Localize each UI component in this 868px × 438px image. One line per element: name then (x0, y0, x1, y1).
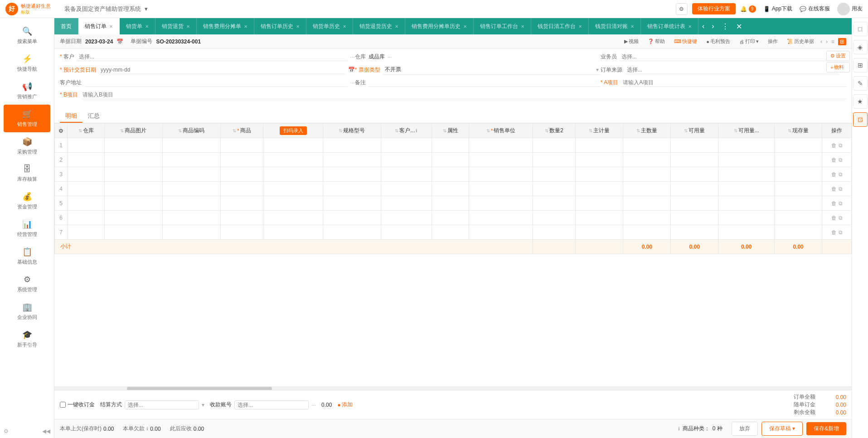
delivery-calendar-icon[interactable]: 📅 (348, 67, 355, 73)
row-delete-icon[interactable]: 🗑 (831, 142, 837, 149)
row-delete-icon[interactable]: 🗑 (831, 171, 837, 178)
list-view-icon[interactable]: ≡ (831, 39, 834, 45)
grid-view-icon[interactable]: ⊞ (838, 38, 846, 45)
col-scan-header[interactable]: 扫码录入 (263, 124, 323, 138)
tab-detail[interactable]: 明细 (60, 110, 82, 123)
sidebar-item-quick-nav[interactable]: ⚡ 快捷导航 (0, 49, 54, 77)
save-new-button[interactable]: 保存&新增 (806, 422, 846, 435)
app-download[interactable]: 📱 App下载 (763, 5, 792, 13)
row-copy-icon[interactable]: ⧉ (839, 186, 843, 192)
tab-fee-history[interactable]: 销售费用分摊单历史 ✕ (405, 18, 474, 34)
online-support[interactable]: 💬 在线客服 (800, 5, 830, 13)
tab-summary[interactable]: 汇总 (82, 110, 105, 123)
row-delete-icon[interactable]: 🗑 (831, 157, 837, 163)
nav-left-icon[interactable]: ‹ (820, 39, 822, 45)
delivery-date-input[interactable] (99, 66, 345, 74)
sidebar-item-enterprise[interactable]: 🏢 企业协同 (0, 298, 54, 325)
profit-btn[interactable]: ● 毛利预告 (703, 37, 733, 46)
bank-input[interactable] (234, 400, 309, 409)
tab-close-refund-history[interactable]: ✕ (395, 24, 398, 29)
customer-dots[interactable]: ··· (350, 54, 355, 60)
settings-icon[interactable]: ⚙ (676, 3, 688, 15)
tab-sales-order[interactable]: 销售订单 ✕ (78, 18, 120, 34)
remark-input[interactable] (369, 78, 601, 87)
right-panel-icon-5[interactable]: ★ (853, 94, 868, 109)
tab-close-sales-return[interactable]: ✕ (145, 24, 149, 29)
warehouse-dots[interactable]: ··· (388, 54, 392, 60)
print-btn[interactable]: 🖨 打印 ▾ (737, 37, 761, 46)
user-area[interactable]: 用友 (837, 3, 863, 15)
tab-sales-return[interactable]: 销货单 ✕ (120, 18, 155, 34)
sidebar-item-sales[interactable]: 🛒 销售管理 (4, 105, 50, 132)
tab-sales-refund[interactable]: 销货退货 ✕ (155, 18, 197, 34)
add-material-btn[interactable]: + 物料 (826, 62, 850, 72)
nav-right-icon[interactable]: › (826, 39, 828, 45)
help-btn[interactable]: ❓ 帮助 (645, 37, 668, 46)
right-panel-icon-1[interactable]: □ (853, 22, 868, 36)
tab-order-history[interactable]: 销售订单历史 ✕ (254, 18, 306, 34)
tab-home[interactable]: 首页 (54, 18, 78, 34)
a-project-input[interactable] (621, 78, 846, 87)
tab-credit-reconcile[interactable]: 钱货日清对账 ✕ (589, 18, 641, 34)
row-delete-icon[interactable]: 🗑 (831, 229, 837, 236)
payment-method-input[interactable] (125, 400, 199, 409)
address-input[interactable] (84, 78, 348, 87)
bank-dots[interactable]: ··· (311, 402, 316, 408)
row-copy-icon[interactable]: ⧉ (839, 215, 843, 221)
staff-input[interactable] (620, 53, 839, 61)
tab-prev-btn[interactable]: ‹ (698, 22, 708, 30)
tab-close-sales-refund[interactable]: ✕ (186, 24, 190, 29)
right-panel-icon-6[interactable]: ⊡ (853, 112, 868, 127)
horizontal-scrollbar[interactable] (54, 386, 852, 390)
tab-close-fee-history[interactable]: ✕ (463, 24, 467, 29)
sidebar-item-basic[interactable]: 📋 基础信息 (0, 242, 54, 270)
add-payment-btn[interactable]: ● 添加 (337, 401, 352, 409)
tab-close-fee-split[interactable]: ✕ (244, 24, 247, 29)
tab-return-history[interactable]: 销货单历史 ✕ (306, 18, 353, 34)
sidebar-item-operations[interactable]: 📊 经营管理 (0, 215, 54, 242)
row-delete-icon[interactable]: 🗑 (831, 186, 837, 192)
sidebar-item-purchase[interactable]: 📦 采购管理 (0, 132, 54, 160)
right-panel-icon-4[interactable]: ✎ (853, 76, 868, 91)
tab-fee-split[interactable]: 销售费用分摊单 ✕ (197, 18, 254, 34)
right-panel-icon-3[interactable]: ⊞ (853, 58, 868, 72)
scan-btn[interactable]: 扫码录入 (280, 126, 307, 135)
payment-method-arrow[interactable]: ▾ (202, 402, 204, 408)
row-delete-icon[interactable]: 🗑 (831, 215, 837, 221)
tab-close-sales-stats[interactable]: ✕ (688, 24, 692, 29)
address-dots[interactable]: ··· (350, 80, 355, 86)
sidebar-item-inventory[interactable]: 🗄 库存核算 (0, 160, 54, 187)
sidebar-item-marketing[interactable]: 📢 营销推广 (0, 77, 54, 105)
notification-area[interactable]: 🔔 9 (740, 5, 756, 13)
tab-close-sales-workbench[interactable]: ✕ (521, 24, 524, 29)
row-copy-icon[interactable]: ⧉ (839, 229, 843, 236)
tab-close-order-history[interactable]: ✕ (296, 24, 300, 29)
operate-btn[interactable]: 操作 (765, 37, 781, 46)
tab-sales-stats[interactable]: 销售订单统计表 ✕ (641, 18, 698, 34)
history-btn[interactable]: 📜 历史单据 (784, 37, 817, 46)
tab-refund-history[interactable]: 销货退货历史 ✕ (353, 18, 405, 34)
trial-button[interactable]: 体验行业方案 (692, 3, 736, 14)
tab-sales-workbench[interactable]: 销售订单工作台 ✕ (474, 18, 531, 34)
right-panel-icon-2[interactable]: ◈ (853, 40, 868, 54)
row-copy-icon[interactable]: ⧉ (839, 142, 843, 149)
shortcut-btn[interactable]: ⌨ 快捷键 (671, 37, 700, 46)
tab-credit-workbench[interactable]: 钱货日清工作台 ✕ (531, 18, 589, 34)
tab-next-btn[interactable]: › (708, 22, 718, 30)
tab-close-credit-reconcile[interactable]: ✕ (630, 24, 634, 29)
customer-input[interactable] (77, 53, 348, 61)
sidebar-item-finance[interactable]: 💰 资金管理 (0, 187, 54, 215)
tab-close-sales-order[interactable]: ✕ (109, 24, 113, 29)
settings-form-btn[interactable]: ⚙ 设置 (826, 51, 850, 61)
row-copy-icon[interactable]: ⧉ (839, 157, 843, 163)
sidebar-item-guide[interactable]: 🎓 新手引导 (0, 325, 54, 353)
b-project-input[interactable] (81, 91, 846, 99)
discard-button[interactable]: 放弃 (732, 422, 758, 436)
col-settings[interactable]: ⚙ (55, 124, 68, 138)
tab-close-return-history[interactable]: ✕ (343, 24, 346, 29)
order-source-input[interactable] (625, 66, 839, 74)
sidebar-item-search[interactable]: 🔍 搜索菜单 (0, 22, 54, 49)
invoice-select[interactable]: 不开票 ▾ (383, 65, 601, 75)
preview-btn[interactable]: ▶ 视频 (621, 37, 641, 46)
tab-menu-btn[interactable]: ⋮ (718, 22, 732, 31)
